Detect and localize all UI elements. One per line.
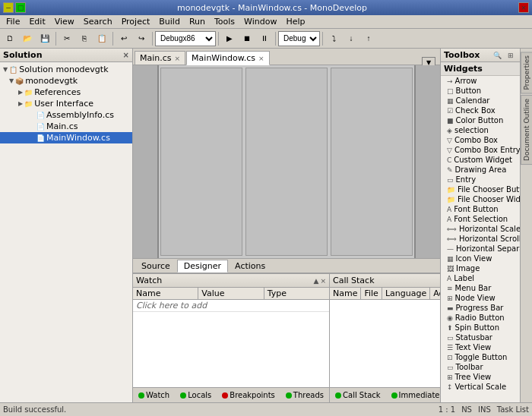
debug-mode-select[interactable]: Debugx86 xyxy=(155,31,216,46)
tb-open-button[interactable]: 📂 xyxy=(19,30,36,47)
menu-window[interactable]: Window xyxy=(239,16,281,27)
title-close-button[interactable]: × xyxy=(518,2,529,13)
toolbox-item-hscale[interactable]: ⟺Horizontal Scale xyxy=(441,224,520,234)
callstack-table-body xyxy=(330,300,440,387)
tree-item-userinterface[interactable]: ▶ 📁 User Interface xyxy=(0,98,132,109)
toolbox-item-menubar[interactable]: ≡Menu Bar xyxy=(441,283,520,293)
menu-project[interactable]: Project xyxy=(117,16,155,27)
toolbox-item-entry[interactable]: ▭Entry xyxy=(441,175,520,184)
toolbox-item-calendar[interactable]: ▦Calendar xyxy=(441,96,520,106)
watch-pin-button[interactable]: ▲ xyxy=(314,277,319,285)
side-tab-properties[interactable]: Properties xyxy=(521,52,533,93)
toolbox-item-progressbar[interactable]: ▬Progress Bar xyxy=(441,303,520,313)
watch-close-button[interactable]: × xyxy=(320,277,326,285)
toolbox-item-comboboxentry[interactable]: ▽Combo Box Entry xyxy=(441,145,520,155)
btab-locals[interactable]: Locals xyxy=(176,389,215,401)
btab-watch[interactable]: Watch xyxy=(135,389,173,401)
tb-pause-button[interactable]: ⏸ xyxy=(256,30,273,47)
source-tab-designer[interactable]: Designer xyxy=(177,260,228,273)
tree-item-project[interactable]: ▼ 📦 monodevgtk xyxy=(0,75,132,87)
tab-mainwindowcs-close[interactable]: × xyxy=(258,55,264,62)
toolbox-item-filechooserwidget[interactable]: 📁File Chooser Widget xyxy=(441,194,520,204)
toolbox-item-button[interactable]: □Button xyxy=(441,86,520,96)
tree-item-maincs[interactable]: 📄 Main.cs xyxy=(0,121,132,132)
side-tab-documentoutline[interactable]: Document Outline xyxy=(521,95,533,165)
toolbox-item-fontselection[interactable]: AFont Selection xyxy=(441,214,520,224)
tb-new-button[interactable]: 🗋 xyxy=(2,30,18,47)
title-min-button[interactable]: − xyxy=(3,2,14,13)
tree-item-solution[interactable]: ▼ 📋 Solution monodevgtk xyxy=(0,64,132,75)
toolbox-item-nodeview[interactable]: ⊞Node View xyxy=(441,293,520,303)
run-mode-select[interactable]: Debug xyxy=(278,31,320,46)
project-icon: 📦 xyxy=(15,77,24,85)
toolbox-expand-button[interactable]: ⊞ xyxy=(505,50,517,61)
canvas-window[interactable] xyxy=(157,65,416,258)
tb-redo-button[interactable]: ↪ xyxy=(133,30,150,47)
toolbox-item-filechooserbutton[interactable]: 📁File Chooser Button xyxy=(441,184,520,194)
menu-help[interactable]: Help xyxy=(281,16,309,27)
menu-edit[interactable]: Edit xyxy=(24,16,49,27)
toolbox-item-checkbox[interactable]: ☑Check Box xyxy=(441,106,520,115)
tb-run-button[interactable]: ▶ xyxy=(221,30,238,47)
toolbox-item-spinbutton[interactable]: ⬆Spin Button xyxy=(441,323,520,332)
tb-save-button[interactable]: 💾 xyxy=(36,30,53,47)
designer-canvas xyxy=(133,65,440,258)
tab-maincs[interactable]: Main.cs × xyxy=(135,51,185,65)
watch-add-placeholder[interactable]: Click here to add xyxy=(133,300,329,311)
tb-step-over-button[interactable]: ⤵ xyxy=(325,30,342,47)
watch-add-row[interactable]: Click here to add xyxy=(133,300,329,312)
task-list-label[interactable]: Task List xyxy=(497,405,529,414)
toolbox-item-treeview[interactable]: ⊞Tree View xyxy=(441,372,520,382)
btab-immediate[interactable]: Immediate xyxy=(388,389,440,401)
toolbox-item-drawingarea[interactable]: ✎Drawing Area xyxy=(441,165,520,175)
menu-build[interactable]: Build xyxy=(154,16,185,27)
menu-view[interactable]: View xyxy=(50,16,79,27)
toolbox-item-textview[interactable]: ☰Text View xyxy=(441,342,520,352)
button-icon: □ xyxy=(447,87,454,95)
toolbox-item-hscrollbar[interactable]: ⟺Horizontal Scrollbar xyxy=(441,234,520,244)
menu-run[interactable]: Run xyxy=(185,16,210,27)
bottom-panels: Watch ▲ × Name Value Type Click here to … xyxy=(133,273,440,402)
toolbox-item-colorbutton[interactable]: ■Color Button xyxy=(441,115,520,125)
toolbox-search-button[interactable]: 🔍 xyxy=(491,50,503,61)
tab-maincs-close[interactable]: × xyxy=(175,55,181,62)
tb-step-in-button[interactable]: ↓ xyxy=(343,30,359,47)
tb-paste-button[interactable]: 📋 xyxy=(93,30,110,47)
toolbox-item-togglebutton[interactable]: ⊡Toggle Button xyxy=(441,352,520,362)
btab-breakpoints[interactable]: Breakpoints xyxy=(218,389,279,401)
tb-undo-button[interactable]: ↩ xyxy=(116,30,132,47)
menu-tools[interactable]: Tools xyxy=(210,16,239,27)
menu-file[interactable]: File xyxy=(2,16,24,27)
toolbox-item-customwidget[interactable]: CCustom Widget xyxy=(441,155,520,165)
btab-callstack[interactable]: Call Stack xyxy=(331,389,385,401)
toolbox-item-radiobutton[interactable]: ◉Radio Button xyxy=(441,313,520,323)
toolbox-item-iconview[interactable]: ▦Icon View xyxy=(441,254,520,263)
toolbox-item-statusbar[interactable]: ▭Statusbar xyxy=(441,332,520,342)
toolbox-item-fontbutton[interactable]: AFont Button xyxy=(441,204,520,214)
title-max-button[interactable]: □ xyxy=(15,2,26,13)
title-bar-buttons-right: × xyxy=(518,2,529,13)
tree-item-mainwindowcs[interactable]: 📄 MainWindow.cs xyxy=(0,132,132,143)
toolbox-item-arrow[interactable]: →Arrow xyxy=(441,76,520,86)
toolbox-item-label[interactable]: A Label xyxy=(441,273,520,283)
tree-item-references[interactable]: ▶ 📁 References xyxy=(0,87,132,98)
source-tab-actions[interactable]: Actions xyxy=(228,260,272,273)
tb-stop-button[interactable]: ⏹ xyxy=(239,30,255,47)
toolbox-item-image[interactable]: 🖼Image xyxy=(441,263,520,273)
tb-copy-button[interactable]: ⎘ xyxy=(76,30,93,47)
menu-search[interactable]: Search xyxy=(79,16,117,27)
tb-step-out-button[interactable]: ↑ xyxy=(360,30,377,47)
tree-item-assemblyinfo[interactable]: 📄 AssemblyInfo.cs xyxy=(0,109,132,121)
solution-panel-close[interactable]: × xyxy=(123,51,129,59)
toolbox-item-vscale[interactable]: ↕Vertical Scale xyxy=(441,382,520,392)
tab-maincs-label: Main.cs xyxy=(140,53,172,63)
btab-threads[interactable]: Threads xyxy=(282,389,328,401)
tab-mainwindowcs[interactable]: MainWindow.cs × xyxy=(186,51,269,65)
toolbox-item-combobox[interactable]: ▽Combo Box xyxy=(441,135,520,145)
comboboxentry-icon: ▽ xyxy=(447,147,452,154)
toolbox-item-colorselection[interactable]: ◈selection xyxy=(441,125,520,135)
toolbox-item-toolbar[interactable]: ▭Toolbar xyxy=(441,362,520,372)
source-tab-source[interactable]: Source xyxy=(135,260,177,273)
tb-cut-button[interactable]: ✂ xyxy=(59,30,75,47)
toolbox-item-hseparator[interactable]: —Horizontal Separator xyxy=(441,244,520,254)
